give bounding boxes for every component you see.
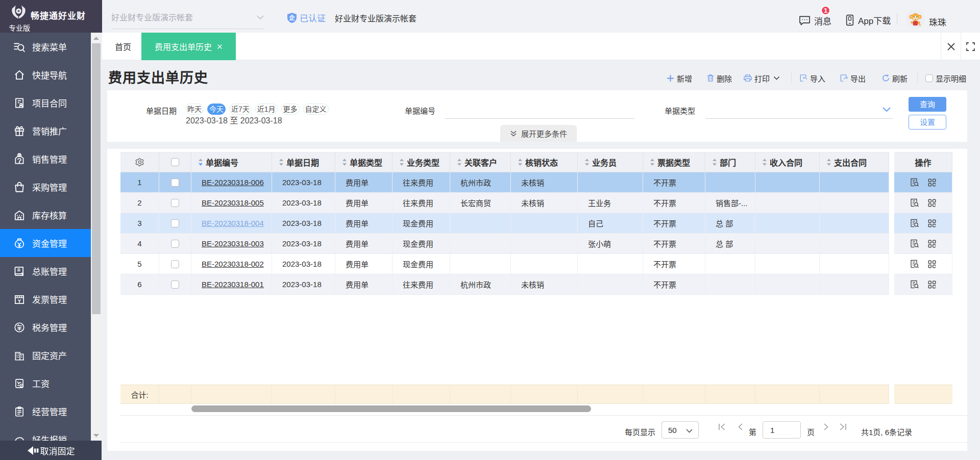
svg-text:企: 企	[289, 14, 296, 20]
